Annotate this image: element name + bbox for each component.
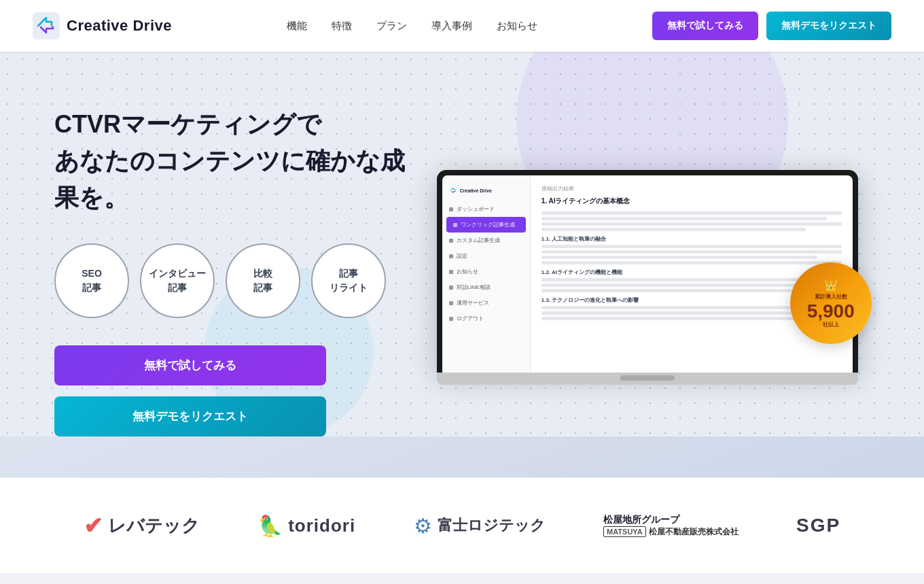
header-trial-button[interactable]: 無料で試してみる [652,12,758,40]
nav-actions: 無料で試してみる 無料デモをリクエスト [652,12,891,40]
hero-badges: SEO 記事 インタビュー 記事 比較 記事 記事 リライト [54,243,425,318]
menu-icon-logout [449,317,453,321]
laptop-menu-service: 適用サービス [442,295,530,311]
nav-item-cases[interactable]: 導入事例 [431,20,472,33]
nav-item-features[interactable]: 機能 [287,20,307,33]
text-line-5 [541,245,842,248]
crown-icon: 👑 [824,279,838,292]
nav: 機能 特徴 プラン 導入事例 お知らせ [287,20,537,33]
hero-buttons: 無料で試してみる 無料デモをリクエスト [54,345,326,436]
text-line-1 [541,211,842,215]
laptop-sub-title-1: 1.1. 人工知能と執筆の融合 [541,235,842,243]
brand-matsuya: 松屋地所グループ MATSUYA 松屋不動産販売株式会社 [603,514,739,538]
laptop-logo-icon [449,186,457,194]
toridori-text: toridori [288,515,355,536]
header-demo-button[interactable]: 無料デモをリクエスト [766,12,891,40]
hero-trial-button[interactable]: 無料で試してみる [54,345,326,385]
fuji-text: 富士ロジテック [438,515,546,536]
hero-bottom-space [0,436,924,477]
badge-unit: 社以上 [823,321,839,328]
logos-bar: ✔ レバテック 🦜 toridori ⚙ 富士ロジテック 松屋地所グループ MA… [0,477,924,573]
menu-icon-settings [449,254,453,258]
laptop-menu-logout: ログアウト [442,311,530,326]
hero-title-line2: あなたのコンテンツに確かな成果を。 [54,147,405,211]
menu-icon-oneclick [453,223,457,227]
brand-sgp: SGP [796,515,840,536]
menu-icon-custom [449,239,453,243]
badge-cumulative-text: 累計導入社数 [815,293,847,300]
laptop-menu-oneclick: ワンクリック記事生成 [446,217,526,233]
fuji-gear-icon: ⚙ [414,514,432,538]
laptop-main-heading: 1. AIライティングの基本概念 [541,196,842,206]
text-line-13 [541,311,827,315]
laptop-menu-news: お知らせ [442,264,530,279]
badge-interview[interactable]: インタビュー 記事 [140,243,215,318]
hero-title: CTVRマーケティングで あなたのコンテンツに確かな成果を。 [54,106,425,216]
gold-badge-inner: 👑 累計導入社数 5,900 社以上 [790,262,872,344]
text-line-4 [541,228,806,231]
badge-comparison[interactable]: 比較 記事 [226,243,300,318]
hero-demo-button[interactable]: 無料デモをリクエスト [54,396,326,436]
hero-title-line1: CTVRマーケティングで [54,110,321,138]
brand-fuji: ⚙ 富士ロジテック [414,514,546,538]
brand-toridori: 🦜 toridori [257,514,355,538]
text-line-2 [541,217,827,220]
laptop-menu-settings: 設定 [442,248,530,264]
laptop-menu-dashboard: ダッシュボード [442,201,530,217]
text-line-6 [541,250,842,254]
laptop-logo: Creative Drive [442,182,530,201]
logo-text: Creative Drive [67,17,172,35]
logo-link[interactable]: Creative Drive [33,12,172,39]
svg-rect-0 [33,12,60,39]
laptop-menu-custom: カスタム記事生成 [442,233,530,248]
menu-icon-service [449,301,453,305]
laptop-mockup: Creative Drive ダッシュボード ワンクリック記事生成 カ [437,170,858,385]
nav-item-news[interactable]: お知らせ [497,20,537,33]
text-line-3 [541,222,842,226]
laptop-output-label: 原稿出力結果 [541,185,842,192]
matsuya-main-text: 松屋地所グループ [603,514,739,526]
toridori-bird-icon: 🦜 [257,514,283,538]
menu-icon-news [449,270,453,274]
text-line-10 [541,284,830,287]
laptop-sidebar: Creative Drive ダッシュボード ワンクリック記事生成 カ [442,175,531,373]
hero-left: CTVRマーケティングで あなたのコンテンツに確かな成果を。 SEO 記事 イン… [54,92,425,436]
text-line-7 [541,256,818,259]
revatec-checkmark-icon: ✔ [84,512,103,539]
sgp-text: SGP [796,515,840,536]
laptop-menu-line: 対話LINE相談 [442,279,530,295]
nav-item-characteristics[interactable]: 特徴 [332,20,352,33]
badge-rewrite[interactable]: 記事 リライト [311,243,386,318]
hero-section: CTVRマーケティングで あなたのコンテンツに確かな成果を。 SEO 記事 イン… [0,52,924,436]
matsuya-label: MATSUYA [603,526,646,537]
revatec-text: レバテック [108,514,200,538]
nav-item-plans[interactable]: プラン [376,20,407,33]
matsuya-sub-text: 松屋不動産販売株式会社 [649,526,739,538]
laptop-base [437,373,858,385]
logo-icon [33,12,60,39]
hero-right: Creative Drive ダッシュボード ワンクリック記事生成 カ [425,92,870,378]
menu-icon-dashboard [449,207,453,211]
badge-number: 5,900 [807,302,855,321]
gold-badge: 👑 累計導入社数 5,900 社以上 [790,262,872,344]
menu-icon-line [449,286,453,290]
badge-seo[interactable]: SEO 記事 [54,243,129,318]
header: Creative Drive 機能 特徴 プラン 導入事例 お知らせ 無料で試し… [0,0,924,52]
brand-revatec: ✔ レバテック [84,512,200,539]
